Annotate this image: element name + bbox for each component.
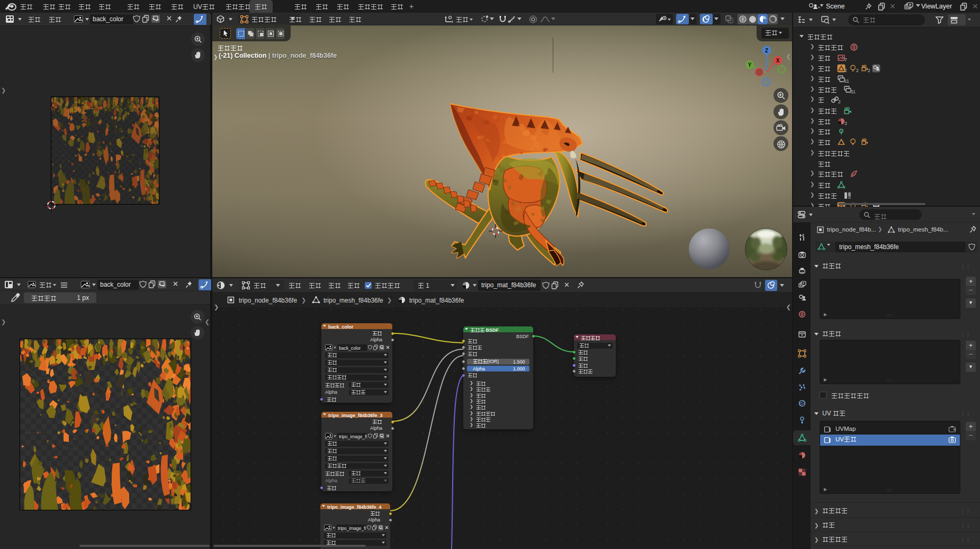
svg-text:X: X [776,58,780,64]
svg-text:Y: Y [748,62,752,68]
svg-text:Z: Z [765,48,768,54]
